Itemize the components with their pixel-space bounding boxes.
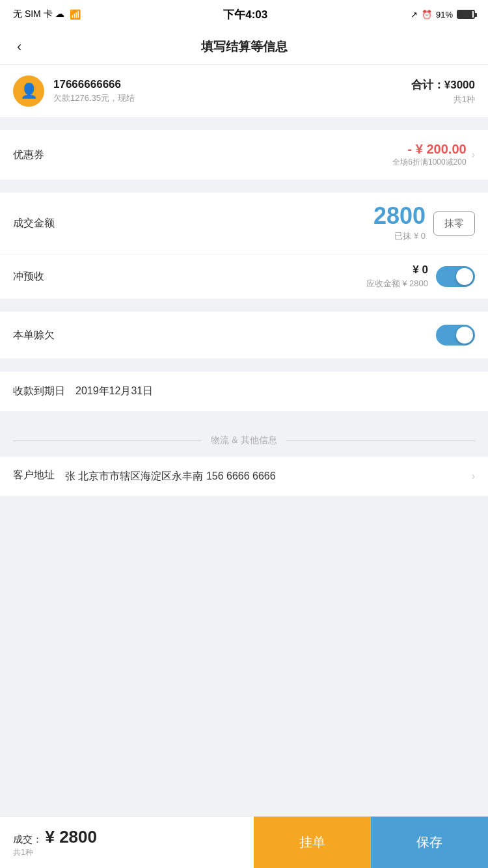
pre-amount: ¥ 0 [366, 264, 428, 277]
divider-4 [0, 365, 488, 372]
debt-toggle[interactable] [436, 325, 475, 346]
bottom-total-label: 成交： [13, 834, 42, 845]
customer-info: 17666666666 欠款1276.35元，现结 [53, 78, 411, 104]
bottom-buttons: 挂单 保存 [254, 817, 488, 868]
pre-collection-row: 冲预收 ¥ 0 应收金额 ¥ 2800 [0, 254, 488, 299]
pre-collection-label: 冲预收 [13, 270, 44, 284]
divider-5 [0, 418, 488, 424]
status-bar: 无 SIM 卡 ☁ 📶 下午4:03 ↗ ⏰ 91% [0, 0, 488, 29]
address-label: 客户地址 [13, 468, 55, 482]
battery-label: 91% [436, 10, 453, 20]
bottom-info: 成交： ¥ 2800 共1种 [0, 827, 254, 858]
divider-line-left [13, 441, 202, 441]
wifi-icon: 📶 [70, 9, 81, 20]
location-icon: ↗ [411, 10, 418, 20]
sim-label: 无 SIM 卡 ☁ [13, 8, 64, 20]
status-left: 无 SIM 卡 ☁ 📶 [13, 8, 81, 20]
page-title: 填写结算等信息 [201, 38, 288, 55]
status-right: ↗ ⏰ 91% [411, 10, 475, 20]
total-sub: 共1种 [411, 94, 475, 105]
save-button[interactable]: 保存 [371, 817, 488, 868]
back-button[interactable]: ‹ [12, 33, 27, 61]
divider-line-right [286, 441, 475, 441]
divider-3 [0, 305, 488, 312]
address-row: 客户地址 张 北京市市辖区海淀区永丰南 156 6666 6666 › [0, 457, 488, 496]
coupon-discount: - ¥ 200.00 [392, 142, 466, 157]
logistics-title: 物流 & 其他信息 [211, 435, 277, 446]
address-section[interactable]: 客户地址 张 北京市市辖区海淀区永丰南 156 6666 6666 › [0, 457, 488, 496]
total-label: 合计： [411, 79, 444, 91]
customer-total: 合计：¥3000 共1种 [411, 77, 475, 105]
bottom-total-amount: ¥ 2800 [45, 827, 97, 847]
pre-values: ¥ 0 应收金额 ¥ 2800 [366, 264, 428, 290]
divider-2 [0, 186, 488, 193]
amount-right: 2800 已抹 ¥ 0 抹零 [373, 204, 475, 242]
due-date-label: 收款到期日 [13, 385, 65, 398]
debt-label: 本单赊欠 [13, 329, 55, 342]
avatar: 👤 [13, 75, 44, 107]
coupon-chevron-icon: › [472, 149, 475, 161]
gray-area [0, 502, 488, 593]
customer-sub: 欠款1276.35元，现结 [53, 92, 411, 104]
round-button[interactable]: 抹零 [433, 211, 475, 236]
amount-section: 成交金额 2800 已抹 ¥ 0 抹零 冲预收 ¥ 0 应收金额 ¥ 2800 [0, 193, 488, 299]
pre-right: ¥ 0 应收金额 ¥ 2800 [366, 264, 475, 290]
bottom-bar: 成交： ¥ 2800 共1种 挂单 保存 [0, 816, 488, 868]
clock-icon: ⏰ [422, 10, 432, 20]
customer-row: 👤 17666666666 欠款1276.35元，现结 合计：¥3000 共1种 [0, 65, 488, 117]
amount-sub: 已抹 ¥ 0 [373, 230, 426, 242]
amount-value: 2800 [373, 204, 426, 228]
amount-label: 成交金额 [13, 217, 55, 230]
pre-sub: 应收金额 ¥ 2800 [366, 278, 428, 290]
status-time: 下午4:03 [223, 7, 267, 22]
bottom-spacer [0, 593, 488, 645]
address-chevron-icon: › [472, 470, 475, 482]
pending-button[interactable]: 挂单 [254, 817, 371, 868]
pre-collection-toggle[interactable] [436, 266, 475, 287]
divider-1 [0, 124, 488, 130]
address-value: 张 北京市市辖区海淀区永丰南 156 6666 6666 [65, 468, 461, 484]
coupon-label: 优惠券 [13, 148, 44, 162]
bottom-sub: 共1种 [13, 847, 241, 858]
amount-row: 成交金额 2800 已抹 ¥ 0 抹零 [0, 193, 488, 254]
bottom-total-row: 成交： ¥ 2800 [13, 827, 241, 847]
coupon-sub: 全场6折满1000减200 [392, 157, 466, 168]
battery-indicator [457, 10, 475, 19]
logistics-header: 物流 & 其他信息 [0, 424, 488, 457]
due-date-section: 收款到期日 2019年12月31日 [0, 372, 488, 411]
due-date-value: 2019年12月31日 [75, 385, 153, 398]
debt-section: 本单赊欠 [0, 312, 488, 359]
customer-phone: 17666666666 [53, 78, 411, 91]
coupon-row[interactable]: 优惠券 - ¥ 200.00 全场6折满1000减200 › [0, 130, 488, 180]
coupon-right: - ¥ 200.00 全场6折满1000减200 › [392, 142, 475, 168]
total-amount: 合计：¥3000 [411, 77, 475, 92]
nav-header: ‹ 填写结算等信息 [0, 29, 488, 65]
avatar-icon: 👤 [20, 83, 38, 100]
